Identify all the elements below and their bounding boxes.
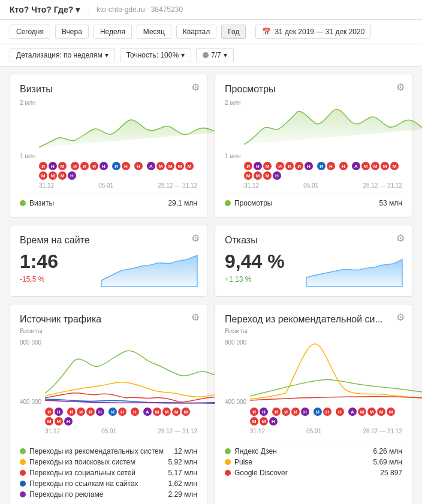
marker-m4: М <box>176 162 184 170</box>
visits-title: Визиты <box>20 84 197 95</box>
referral-legend-row-2: Google Discover 25 897 <box>225 469 402 477</box>
bounces-settings-button[interactable]: ⚙ <box>396 233 405 244</box>
segment-dot <box>203 52 209 58</box>
btn-today[interactable]: Сегодня <box>10 25 50 39</box>
marker-i5: И <box>112 162 120 170</box>
marker-a1: А <box>147 162 155 170</box>
referral-date-start: 31.12 <box>250 428 265 434</box>
pv-legend-dot <box>225 200 231 206</box>
visits-y-mid: 1 млн <box>20 153 36 159</box>
referral-markers: И Н И И И Н И Н Н А М М М М М М Н <box>250 408 402 425</box>
traffic-label-3: Переходы по ссылкам на сайтах <box>29 479 138 488</box>
referral-value-0: 6,26 млн <box>373 447 402 455</box>
btn-quarter[interactable]: Квартал <box>176 25 216 39</box>
segments-select[interactable]: 7/7 ▾ <box>196 48 234 62</box>
pageviews-date-labels: 31.12 05.01 28.12 — 31.12 <box>244 182 402 189</box>
referral-date-end: 28.12 — 31.12 <box>363 428 402 434</box>
marker-h3: Н <box>122 162 130 170</box>
referral-settings-button[interactable]: ⚙ <box>396 312 405 323</box>
referral-label-1: Pulse <box>234 458 252 466</box>
traffic-date-mid: 05.01 <box>101 428 116 434</box>
marker-h4: Н <box>134 162 143 170</box>
pv-date-end: 28.12 — 31.12 <box>363 182 402 189</box>
time-settings-button[interactable]: ⚙ <box>191 233 200 244</box>
detail-toolbar: Детализация: по неделям ▾ Точность: 100%… <box>0 44 422 67</box>
visits-card: Визиты ⚙ 2 млн 1 млн И Н М <box>10 74 207 218</box>
site-title[interactable]: Кто? Что? Где? ▾ <box>10 5 80 14</box>
marker-i2: И <box>71 162 79 170</box>
referral-y-top: 800 000 <box>225 339 246 346</box>
traffic-legend-row-3: Переходы по ссылкам на сайтах 1,62 млн <box>20 479 197 488</box>
traffic-dot-0 <box>20 448 26 454</box>
pageviews-y-top: 2 млн <box>225 99 241 106</box>
pageviews-svg <box>244 99 402 159</box>
referral-label-2: Google Discover <box>234 469 288 477</box>
pageviews-settings-button[interactable]: ⚙ <box>396 82 405 93</box>
pageviews-legend-item: Просмотры <box>225 199 272 207</box>
marker-m5: М <box>185 162 194 170</box>
referral-date-mid: 05.01 <box>306 428 321 434</box>
time-chart-svg <box>101 245 197 286</box>
visits-y-top: 2 млн <box>20 99 36 106</box>
traffic-y-mid: 400 000 <box>20 399 41 405</box>
referral-svg <box>250 339 402 405</box>
btn-year[interactable]: Год <box>221 25 246 39</box>
btn-week[interactable]: Неделя <box>94 25 132 39</box>
traffic-legend-row-0: Переходы из рекомендательных систем 12 м… <box>20 447 197 455</box>
date-range-value: 31 дек 2019 — 31 дек 2020 <box>275 28 364 36</box>
traffic-chart: 800 000 400 000 <box>20 339 197 405</box>
traffic-dot-1 <box>20 459 26 465</box>
traffic-date-end: 28.12 — 31.12 <box>158 428 197 434</box>
accuracy-select[interactable]: Точность: 100% ▾ <box>120 48 191 62</box>
pageviews-legend: Просмотры 53 млн <box>225 194 402 207</box>
separator: · <box>87 5 89 14</box>
marker-m8: М <box>58 171 67 180</box>
traffic-value-1: 5,92 млн <box>168 458 197 466</box>
marker-h2: Н <box>100 162 108 170</box>
detail-label: Детализация: по неделям <box>16 51 103 59</box>
bounces-mini-chart <box>306 245 402 286</box>
referral-legend-row-1: Pulse 5,69 млн <box>225 458 402 466</box>
marker-h5: Н <box>68 171 76 180</box>
btn-month[interactable]: Месяц <box>137 25 171 39</box>
referral-subtitle: Визиты <box>225 327 402 334</box>
visits-date-end: 28.12 — 31.12 <box>158 182 197 189</box>
traffic-dot-4 <box>20 491 26 497</box>
pv-date-start: 31.12 <box>244 182 259 189</box>
referral-dot-0 <box>225 448 231 454</box>
site-name: Кто? Что? Где? <box>10 5 73 14</box>
detail-select[interactable]: Детализация: по неделям ▾ <box>10 48 115 62</box>
date-range-picker[interactable]: 📅 31 дек 2019 — 31 дек 2020 <box>255 25 371 39</box>
time-mini-chart <box>101 245 197 286</box>
visits-total: 29,1 млн <box>168 199 197 207</box>
visits-chart: 2 млн 1 млн <box>20 99 197 159</box>
traffic-card: Источник трафика Визиты ⚙ 800 000 400 00… <box>10 304 207 504</box>
traffic-title: Источник трафика <box>20 314 197 325</box>
visits-legend-label: Визиты <box>29 199 54 207</box>
marker-h1: Н <box>49 162 57 170</box>
referral-value-2: 25 897 <box>380 469 402 477</box>
visits-settings-button[interactable]: ⚙ <box>191 82 200 93</box>
pageviews-card: Просмотры ⚙ 2 млн 1 млн И Н М <box>215 74 412 218</box>
pageviews-chart: 2 млн 1 млн <box>225 99 402 159</box>
referral-title: Переход из рекомендательной си... <box>225 314 402 325</box>
referral-dot-1 <box>225 459 231 465</box>
chevron-down-icon3: ▾ <box>224 51 227 59</box>
referral-legend-row-0: Яндекс Дзен 6,26 млн <box>225 447 402 455</box>
traffic-value-0: 12 млн <box>174 447 197 455</box>
chevron-down-icon2: ▾ <box>181 51 185 59</box>
period-toolbar: Сегодня Вчера Неделя Месяц Квартал Год 📅… <box>0 20 422 44</box>
traffic-settings-button[interactable]: ⚙ <box>191 312 200 323</box>
traffic-date-labels: 31.12 05.01 28.12 — 31.12 <box>45 428 197 434</box>
marker-i3: И <box>80 162 89 170</box>
traffic-markers: И Н И И И Н И Н Н А М М М М М М Н <box>45 408 197 425</box>
visits-y-axis: 2 млн 1 млн <box>20 99 36 159</box>
bounces-chart-svg <box>306 245 402 286</box>
traffic-value-3: 1,62 млн <box>168 479 197 488</box>
referral-legend: Яндекс Дзен 6,26 млн Pulse 5,69 млн Goog… <box>225 442 402 477</box>
visits-legend-dot <box>20 200 26 206</box>
traffic-svg <box>45 339 197 405</box>
pv-legend-label: Просмотры <box>234 199 272 207</box>
pageviews-title: Просмотры <box>225 84 402 95</box>
btn-yesterday[interactable]: Вчера <box>55 25 89 39</box>
